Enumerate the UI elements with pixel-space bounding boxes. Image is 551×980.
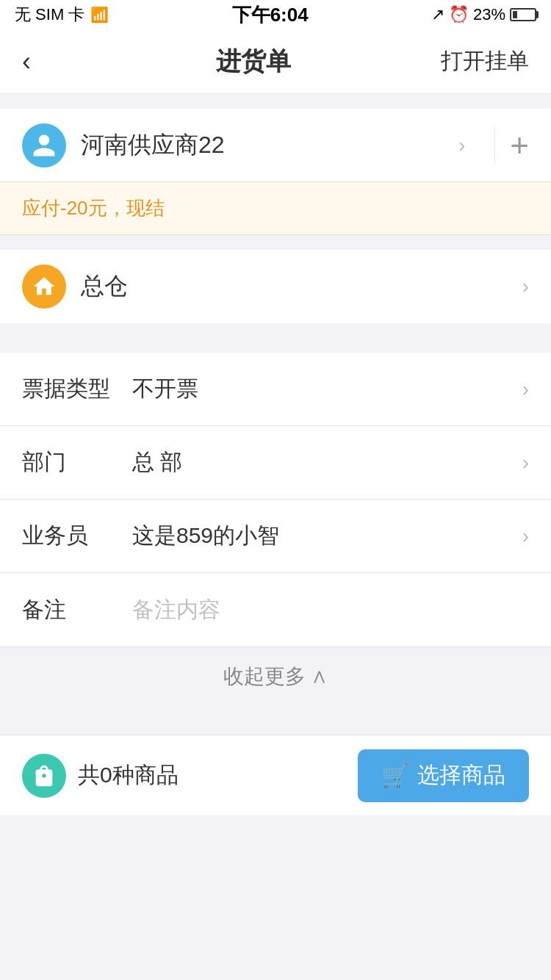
back-button[interactable]: ‹ xyxy=(22,46,66,77)
warehouse-row[interactable]: 总仓 › xyxy=(0,250,551,323)
supplier-name: 河南供应商22 xyxy=(81,129,458,162)
section-divider-2 xyxy=(0,235,551,250)
collapse-label: 收起更多 ∧ xyxy=(223,663,328,691)
supplier-section: 河南供应商22 › + 应付-20元，现结 xyxy=(0,109,551,235)
invoice-type-label: 票据类型 xyxy=(22,374,125,404)
notice-text: 应付-20元，现结 xyxy=(22,197,165,219)
invoice-type-arrow: › xyxy=(522,378,529,401)
salesperson-arrow: › xyxy=(522,525,529,548)
nav-bar: ‹ 进货单 打开挂单 xyxy=(0,29,551,94)
add-supplier-button[interactable]: + xyxy=(510,129,529,162)
select-product-icon: 🛒 xyxy=(381,763,408,788)
location-icon: ↗ xyxy=(431,5,444,24)
product-bag-icon-circle xyxy=(22,754,66,798)
bottom-bar: 共0种商品 🛒 选择商品 xyxy=(0,735,551,815)
select-product-button[interactable]: 🛒 选择商品 xyxy=(358,749,529,802)
battery-text: 23% xyxy=(473,5,505,24)
product-count-area: 共0种商品 xyxy=(22,754,179,798)
section-divider-3 xyxy=(0,323,551,338)
warehouse-arrow-icon: › xyxy=(522,275,529,298)
supplier-arrow-icon: › xyxy=(458,134,465,157)
warehouse-icon-circle xyxy=(22,264,66,309)
open-hanglist-button[interactable]: 打开挂单 xyxy=(441,46,529,76)
page-background xyxy=(0,815,551,980)
home-icon xyxy=(32,274,57,299)
person-icon xyxy=(31,132,57,159)
section-divider-1 xyxy=(0,94,551,109)
department-row[interactable]: 部门 总 部 › xyxy=(0,426,551,500)
carrier-text: 无 SIM 卡 xyxy=(15,4,84,26)
shopping-bag-icon xyxy=(32,763,57,788)
wifi-icon: 📶 xyxy=(90,6,109,24)
product-count-text: 共0种商品 xyxy=(78,760,179,790)
page-title: 进货单 xyxy=(216,45,291,79)
remark-row[interactable]: 备注 备注内容 xyxy=(0,573,551,646)
remark-label: 备注 xyxy=(22,595,125,625)
alarm-icon: ⏰ xyxy=(449,5,469,24)
remark-value[interactable]: 备注内容 xyxy=(125,595,529,625)
battery-icon xyxy=(510,8,536,21)
supplier-row[interactable]: 河南供应商22 › + xyxy=(0,109,551,182)
warehouse-name: 总仓 xyxy=(81,270,522,303)
status-time: 下午6:04 xyxy=(232,2,309,28)
vertical-divider xyxy=(494,127,495,164)
warehouse-section: 总仓 › xyxy=(0,250,551,323)
collapse-more-button[interactable]: 收起更多 ∧ xyxy=(0,646,551,705)
invoice-type-value: 不开票 xyxy=(125,374,522,404)
invoice-type-row[interactable]: 票据类型 不开票 › xyxy=(0,353,551,426)
section-divider-4 xyxy=(0,705,551,720)
supplier-avatar xyxy=(22,123,66,167)
department-value: 总 部 xyxy=(125,447,522,478)
department-label: 部门 xyxy=(22,447,125,478)
select-product-label: 选择商品 xyxy=(417,760,505,790)
department-arrow: › xyxy=(522,451,529,475)
salesperson-label: 业务员 xyxy=(22,521,125,551)
notice-banner: 应付-20元，现结 xyxy=(0,182,551,235)
status-bar: 无 SIM 卡 📶 下午6:04 ↗ ⏰ 23% xyxy=(0,0,551,29)
form-section: 票据类型 不开票 › 部门 总 部 › 业务员 这是859的小智 › 备注 备注… xyxy=(0,353,551,646)
status-carrier: 无 SIM 卡 📶 xyxy=(15,4,109,26)
salesperson-row[interactable]: 业务员 这是859的小智 › xyxy=(0,500,551,573)
status-right-group: ↗ ⏰ 23% xyxy=(431,5,536,24)
salesperson-value: 这是859的小智 xyxy=(125,521,522,551)
